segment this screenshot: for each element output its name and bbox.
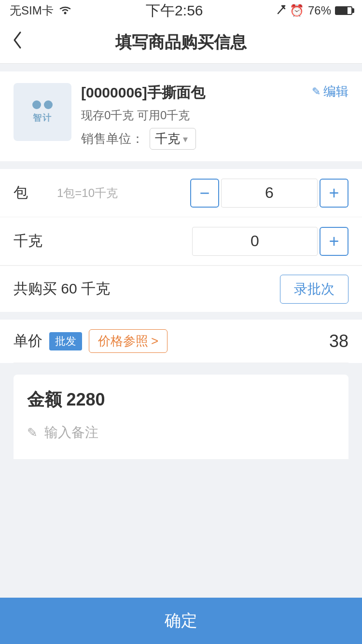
pencil-icon: ✎ (27, 425, 38, 440)
price-ref-button[interactable]: 价格参照 > (89, 329, 167, 353)
unit-dropdown[interactable]: 千克 ▾ (150, 128, 196, 150)
carrier-label: 无SIM卡 (10, 3, 54, 18)
bag-input-row: 包 1包=10千克 − + (0, 169, 362, 217)
status-time: 下午2:56 (146, 1, 203, 21)
edit-label: 编辑 (323, 83, 348, 100)
battery-percent: 76% (308, 4, 331, 17)
bag-increment-button[interactable]: + (320, 179, 348, 208)
price-ref-arrow-icon: > (151, 334, 158, 349)
remark-input-row[interactable]: ✎ 输入备注 (27, 420, 335, 446)
remark-placeholder: 输入备注 (44, 423, 98, 442)
status-right: ⏰ 76% (277, 4, 352, 17)
total-unit: 千克 (81, 280, 110, 296)
owl-eye-right (44, 100, 53, 109)
nav-bar: 填写商品购买信息 (0, 21, 362, 64)
page-title: 填写商品购买信息 (115, 31, 247, 54)
total-row: 共购买 60 千克 录批次 (0, 266, 362, 312)
price-section: 单价 批发 价格参照 > 38 (0, 320, 362, 363)
amount-label: 金额 (27, 390, 62, 409)
bag-label: 包 (14, 183, 52, 203)
battery-icon (335, 6, 352, 15)
confirm-button[interactable]: 确定 (165, 610, 197, 632)
kg-increment-button[interactable]: + (320, 227, 348, 256)
unit-value: 千克 (155, 130, 180, 147)
empty-area (0, 459, 362, 614)
edit-button[interactable]: ✎ 编辑 (312, 83, 348, 100)
bag-decrement-button[interactable]: − (190, 179, 219, 208)
price-value: 38 (329, 331, 348, 351)
product-thumbnail: 智计 (14, 83, 71, 141)
product-card: 智计 [0000006]手撕面包 现存0千克 可用0千克 销售单位： 千克 ▾ … (0, 71, 362, 161)
price-label: 单价 (14, 331, 42, 351)
amount-section: 金额 2280 ✎ 输入备注 (0, 363, 362, 459)
product-unit-row: 销售单位： 千克 ▾ (81, 128, 348, 150)
bag-qty-input[interactable] (221, 179, 318, 208)
unit-label: 销售单位： (81, 130, 144, 147)
status-bar: 无SIM卡 下午2:56 ⏰ 76% (0, 0, 362, 21)
total-amount: 60 (61, 280, 77, 296)
kg-input-row: 千克 + (0, 217, 362, 266)
batch-button[interactable]: 录批次 (280, 275, 348, 304)
amount-text: 金额 2280 (27, 388, 335, 412)
location-icon (277, 4, 286, 17)
logo-owl: 智计 (31, 100, 54, 124)
confirm-bar[interactable]: 确定 (0, 598, 362, 644)
wifi-icon (58, 4, 72, 17)
amount-row: 金额 2280 ✎ 输入备注 (14, 375, 348, 459)
alarm-icon: ⏰ (290, 4, 304, 17)
status-left: 无SIM卡 (10, 3, 72, 18)
product-stock: 现存0千克 可用0千克 (81, 108, 348, 123)
bag-qty-control: − + (190, 179, 348, 208)
bag-hint: 1包=10千克 (57, 185, 190, 201)
product-info: [0000006]手撕面包 现存0千克 可用0千克 销售单位： 千克 ▾ (81, 83, 348, 150)
logo-text: 智计 (33, 112, 52, 124)
kg-qty-input[interactable] (192, 227, 318, 256)
amount-value: 2280 (66, 390, 105, 409)
kg-label: 千克 (14, 231, 52, 251)
back-button[interactable] (12, 30, 23, 54)
input-section: 包 1包=10千克 − + 千克 + 共购买 60 千克 录批次 (0, 169, 362, 312)
price-row: 单价 批发 价格参照 > 38 (14, 320, 348, 363)
total-text: 共购买 60 千克 (14, 279, 110, 299)
kg-qty-control: + (192, 227, 348, 256)
price-ref-label: 价格参照 (98, 333, 148, 350)
price-tag: 批发 (49, 332, 82, 350)
product-name: [0000006]手撕面包 (81, 83, 348, 103)
dropdown-arrow-icon: ▾ (183, 133, 188, 145)
svg-point-0 (64, 12, 66, 14)
total-prefix: 共购买 (14, 280, 57, 296)
edit-icon: ✎ (312, 85, 320, 98)
owl-eye-left (32, 100, 41, 109)
